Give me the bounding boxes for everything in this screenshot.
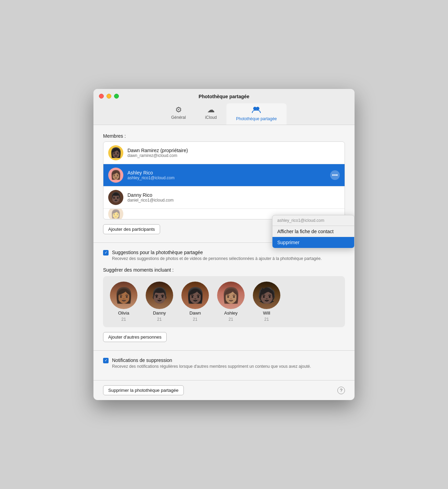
suggestions-desc: Recevez des suggestions de photos et de … [112, 256, 345, 262]
face-name-danny: Danny [153, 310, 166, 316]
add-people-button[interactable]: Ajouter d'autres personnes [103, 332, 167, 342]
face-count-dawn: 21 [193, 317, 197, 322]
face-circle-danny: 👨🏿 [146, 282, 173, 309]
window-title: Photothèque partagée [199, 94, 249, 99]
members-label: Membres : [103, 133, 345, 139]
notifications-label-group: Notifications de suppression Recevez des… [112, 357, 345, 369]
suggestions-label-group: Suggestions pour la photothèque partagée… [112, 250, 345, 262]
context-menu-delete[interactable]: Supprimer [272, 237, 354, 248]
face-circle-will: 🧑🏿 [253, 282, 280, 309]
face-name-olivia: Olivia [118, 310, 130, 316]
face-name-dawn: Dawn [189, 310, 201, 316]
shared-library-icon [252, 106, 261, 115]
add-participants-button[interactable]: Ajouter des participants [103, 224, 160, 234]
context-menu: ashley_rico1@icloud.com Afficher la fich… [272, 215, 355, 248]
traffic-lights [99, 94, 119, 99]
member-info-ashley: Ashley Rico ashley_rico1@icloud.com [127, 170, 326, 180]
context-menu-view-contact[interactable]: Afficher la fiche de contact [272, 226, 354, 237]
face-circle-dawn: 👩🏿 [181, 282, 209, 309]
main-window: Photothèque partagée ⚙ Général ☁ iCloud … [93, 89, 355, 400]
svg-point-1 [256, 107, 259, 110]
face-name-will: Will [263, 310, 270, 316]
suggestions-checkbox-row: ✓ Suggestions pour la photothèque partag… [103, 250, 345, 262]
member-email-ashley: ashley_rico1@icloud.com [127, 175, 326, 180]
member-email-danny: daniel_rico1@icloud.com [127, 198, 340, 203]
face-ashley[interactable]: 👩🏽 Ashley 21 [217, 282, 245, 322]
avatar-partial: 👩 [108, 209, 123, 219]
face-count-danny: 21 [157, 317, 161, 322]
face-name-ashley: Ashley [224, 310, 237, 316]
face-will[interactable]: 🧑🏿 Will 21 [253, 282, 280, 322]
avatar-ashley: 👩🏽 [108, 168, 123, 183]
help-button[interactable]: ? [337, 387, 345, 394]
face-count-will: 21 [264, 317, 269, 322]
cloud-icon: ☁ [207, 106, 215, 114]
tab-bar: ⚙ Général ☁ iCloud Photothèque partagée [161, 103, 287, 125]
face-danny[interactable]: 👨🏿 Danny 21 [146, 282, 173, 322]
tab-general[interactable]: ⚙ Général [161, 103, 195, 125]
member-name-danny: Danny Rico [127, 192, 340, 198]
member-name-ashley: Ashley Rico [127, 170, 326, 175]
member-info-dawn: Dawn Ramirez (propriétaire) dawn_ramirez… [127, 148, 340, 158]
member-name-dawn: Dawn Ramirez (propriétaire) [127, 148, 340, 153]
context-menu-email: ashley_rico1@icloud.com [272, 215, 354, 226]
face-olivia[interactable]: 👩🏾 Olivia 21 [110, 282, 137, 322]
tab-icloud[interactable]: ☁ iCloud [195, 103, 226, 125]
tab-shared-library[interactable]: Photothèque partagée [226, 103, 287, 125]
suggestions-title: Suggestions pour la photothèque partagée [112, 250, 345, 255]
divider-2 [93, 350, 355, 351]
main-content: Membres : 👩🏿 Dawn Ramirez (propriétaire)… [93, 125, 355, 380]
notifications-title: Notifications de suppression [112, 357, 345, 363]
member-more-button[interactable]: ••• [330, 170, 340, 180]
faces-container: 👩🏾 Olivia 21 👨🏿 Danny 21 👩🏿 Dawn 21 [103, 276, 345, 327]
member-email-dawn: dawn_ramirez@icloud.com [127, 153, 340, 158]
avatar-dawn: 👩🏿 [108, 145, 123, 160]
member-info-danny: Danny Rico daniel_rico1@icloud.com [127, 192, 340, 203]
face-circle-olivia: 👩🏾 [110, 282, 137, 309]
member-row-danny[interactable]: 👨🏿 Danny Rico daniel_rico1@icloud.com [103, 186, 345, 209]
face-count-olivia: 21 [121, 317, 126, 322]
face-dawn[interactable]: 👩🏿 Dawn 21 [181, 282, 209, 322]
close-button[interactable] [99, 94, 104, 99]
face-count-ashley: 21 [228, 317, 233, 322]
gear-icon: ⚙ [175, 106, 182, 114]
member-row-dawn[interactable]: 👩🏿 Dawn Ramirez (propriétaire) dawn_rami… [103, 142, 345, 164]
tab-general-label: Général [171, 115, 186, 120]
suggestions-checkbox[interactable]: ✓ [103, 250, 109, 255]
delete-library-button[interactable]: Supprimer la photothèque partagée [103, 385, 184, 395]
bottom-bar: Supprimer la photothèque partagée ? [93, 380, 355, 400]
notifications-checkbox[interactable]: ✓ [103, 358, 109, 363]
members-list: 👩🏿 Dawn Ramirez (propriétaire) dawn_rami… [103, 141, 345, 219]
member-row-ashley[interactable]: 👩🏽 Ashley Rico ashley_rico1@icloud.com •… [103, 164, 345, 186]
maximize-button[interactable] [114, 94, 119, 99]
tab-icloud-label: iCloud [205, 115, 217, 120]
notifications-desc: Recevez des notifications régulières lor… [112, 364, 345, 369]
minimize-button[interactable] [107, 94, 111, 99]
face-circle-ashley: 👩🏽 [217, 282, 245, 309]
suggest-moments-label: Suggérer des moments incluant : [103, 267, 345, 273]
notifications-checkbox-row: ✓ Notifications de suppression Recevez d… [103, 357, 345, 369]
tab-shared-label: Photothèque partagée [236, 116, 277, 121]
avatar-danny: 👨🏿 [108, 190, 123, 205]
titlebar: Photothèque partagée ⚙ Général ☁ iCloud … [93, 89, 355, 125]
